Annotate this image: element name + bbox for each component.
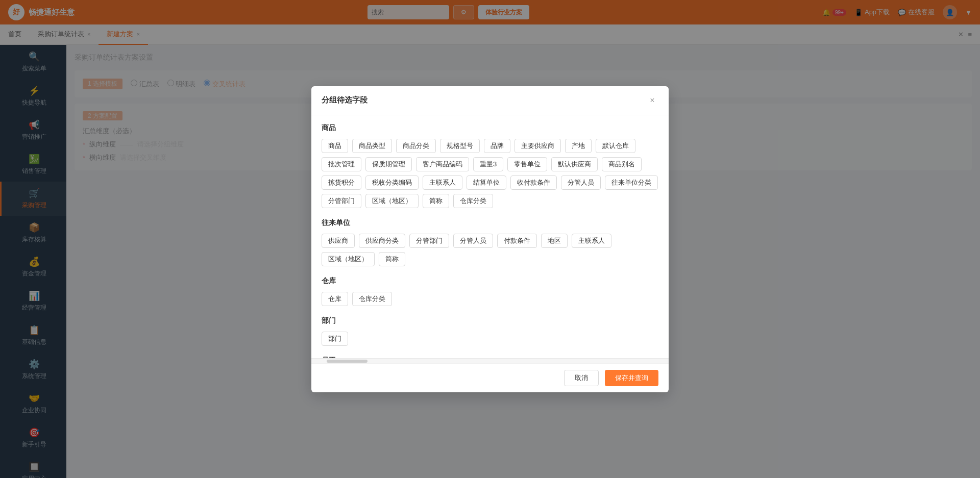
field-tag-main-contact[interactable]: 主联系人 bbox=[423, 175, 462, 190]
field-tag-warehouse[interactable]: 仓库 bbox=[322, 292, 348, 306]
section-dept-tags: 部门 bbox=[322, 332, 658, 346]
modal-close-btn[interactable]: × bbox=[646, 94, 658, 107]
field-tag-brand[interactable]: 品牌 bbox=[484, 139, 510, 153]
field-tag-payment-terms[interactable]: 收付款条件 bbox=[510, 175, 557, 190]
modal-title: 分组待选字段 bbox=[322, 95, 368, 105]
field-tag-product-alias[interactable]: 商品别名 bbox=[602, 157, 642, 171]
section-product-tags: 商品 商品类型 商品分类 规格型号 品牌 主要供应商 产地 默认仓库 批次管理 … bbox=[322, 139, 658, 208]
field-tag-spec-model[interactable]: 规格型号 bbox=[440, 139, 480, 153]
field-tag-retail-unit[interactable]: 零售单位 bbox=[507, 157, 547, 171]
scrollbar-thumb bbox=[327, 360, 368, 363]
field-tag-main-contact2[interactable]: 主联系人 bbox=[572, 234, 611, 248]
modal-body[interactable]: 商品 商品 商品类型 商品分类 规格型号 品牌 主要供应商 产地 默认仓库 批次… bbox=[311, 115, 669, 358]
field-tag-tax-code[interactable]: 税收分类编码 bbox=[365, 175, 419, 190]
field-tag-short-name[interactable]: 简称 bbox=[423, 194, 449, 208]
section-counterpart-tags: 供应商 供应商分类 分管部门 分管人员 付款条件 地区 主联系人 区域（地区） … bbox=[322, 234, 658, 266]
field-tag-short-name2[interactable]: 简称 bbox=[379, 252, 405, 266]
cancel-button[interactable]: 取消 bbox=[564, 370, 599, 386]
field-tag-warehouse-cat[interactable]: 仓库分类 bbox=[352, 292, 392, 306]
field-tag-supplier-category[interactable]: 供应商分类 bbox=[359, 234, 405, 248]
section-warehouse: 仓库 仓库 仓库分类 bbox=[322, 276, 658, 306]
field-tag-batch-mgmt[interactable]: 批次管理 bbox=[322, 157, 361, 171]
field-tag-product-category[interactable]: 商品分类 bbox=[396, 139, 436, 153]
modal-header: 分组待选字段 × bbox=[311, 86, 669, 115]
field-tag-warehouse-category[interactable]: 仓库分类 bbox=[453, 194, 493, 208]
content-area: 采购订单统计表方案设置 1 选择模板 汇总表 明细表 交叉统计表 2 方案配置 … bbox=[66, 45, 980, 478]
section-counterpart: 往来单位 供应商 供应商分类 分管部门 分管人员 付款条件 地区 主联系人 区域… bbox=[322, 218, 658, 266]
field-tag-dept-mgmt[interactable]: 分管部门 bbox=[322, 194, 361, 208]
confirm-button[interactable]: 保存并查询 bbox=[605, 370, 658, 386]
modal-dialog: 分组待选字段 × 商品 商品 商品类型 商品分类 规格型号 品牌 bbox=[311, 86, 669, 392]
field-tag-supervisor[interactable]: 分管人员 bbox=[561, 175, 601, 190]
field-tag-expiry-mgmt[interactable]: 保质期管理 bbox=[365, 157, 412, 171]
field-tag-main-supplier[interactable]: 主要供应商 bbox=[514, 139, 561, 153]
section-warehouse-title: 仓库 bbox=[322, 276, 658, 286]
field-tag-dept-mgmt2[interactable]: 分管部门 bbox=[409, 234, 449, 248]
section-counterpart-title: 往来单位 bbox=[322, 218, 658, 228]
field-tag-settlement-unit[interactable]: 结算单位 bbox=[467, 175, 506, 190]
field-tag-counterpart-category[interactable]: 往来单位分类 bbox=[605, 175, 658, 190]
field-tag-default-warehouse[interactable]: 默认仓库 bbox=[596, 139, 635, 153]
section-warehouse-tags: 仓库 仓库分类 bbox=[322, 292, 658, 306]
modal-overlay: 分组待选字段 × 商品 商品 商品类型 商品分类 规格型号 品牌 bbox=[66, 45, 980, 478]
field-tag-product-type[interactable]: 商品类型 bbox=[352, 139, 392, 153]
section-product: 商品 商品 商品类型 商品分类 规格型号 品牌 主要供应商 产地 默认仓库 批次… bbox=[322, 123, 658, 208]
field-tag-product[interactable]: 商品 bbox=[322, 139, 348, 153]
field-tag-customer-code[interactable]: 客户商品编码 bbox=[416, 157, 469, 171]
modal-footer: 取消 保存并查询 bbox=[311, 363, 669, 392]
field-tag-region-area[interactable]: 区域（地区） bbox=[365, 194, 419, 208]
field-tag-origin[interactable]: 产地 bbox=[565, 139, 592, 153]
field-tag-dept[interactable]: 部门 bbox=[322, 332, 348, 346]
section-dept: 部门 部门 bbox=[322, 316, 658, 346]
field-tag-pick-score[interactable]: 拣货积分 bbox=[322, 175, 361, 190]
modal-horizontal-scrollbar[interactable] bbox=[311, 358, 669, 363]
section-dept-title: 部门 bbox=[322, 316, 658, 325]
section-product-title: 商品 bbox=[322, 123, 658, 133]
field-tag-region-area2[interactable]: 区域（地区） bbox=[322, 252, 375, 266]
main-layout: 🔍 搜索菜单 ⚡ 快捷导航 📢 营销推广 💹 销售管理 🛒 采购管理 📦 库存核… bbox=[0, 45, 980, 478]
field-tag-default-supplier[interactable]: 默认供应商 bbox=[551, 157, 598, 171]
field-tag-supplier[interactable]: 供应商 bbox=[322, 234, 355, 248]
field-tag-supervisor2[interactable]: 分管人员 bbox=[453, 234, 493, 248]
field-tag-weight3[interactable]: 重量3 bbox=[473, 157, 503, 171]
field-tag-payment-condition[interactable]: 付款条件 bbox=[497, 234, 537, 248]
field-tag-region[interactable]: 地区 bbox=[541, 234, 568, 248]
